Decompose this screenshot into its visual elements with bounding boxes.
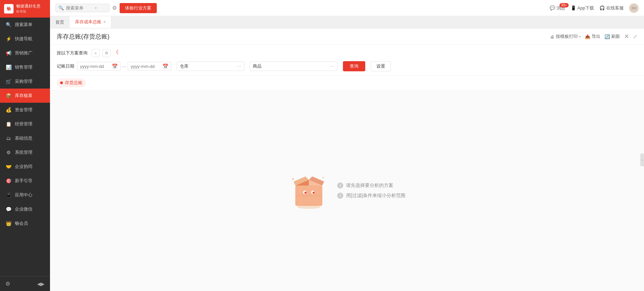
- settings-footer-icon[interactable]: ⚙: [5, 281, 10, 287]
- system-icon: ⚙: [5, 149, 11, 155]
- add-filter-btn[interactable]: +: [92, 49, 100, 57]
- tabs-bar: 首页 库存成本总账 ×: [50, 16, 644, 28]
- settings-filter-btn[interactable]: ⚙: [102, 49, 110, 57]
- message-btn[interactable]: 💬 消息 99+: [550, 5, 565, 11]
- expand-panel-btn[interactable]: ⤢: [633, 34, 637, 39]
- tab-home[interactable]: 首页: [50, 16, 70, 28]
- calendar-from-icon[interactable]: 📅: [112, 64, 118, 69]
- gear-icon-topbar[interactable]: ⚙: [112, 5, 117, 11]
- calendar-to-icon[interactable]: 📅: [163, 64, 168, 69]
- content-area: 库存总账(存货总账) 🖨 按模板打印 ▾ 📤 导出 🔄 刷新 ✕ ⤢: [50, 28, 644, 291]
- sidebar-item-label: 基础信息: [15, 135, 32, 141]
- filter-label: 按以下方案查询: [57, 50, 88, 56]
- sidebar-item-purchase[interactable]: 🛒 采购管理: [0, 74, 50, 89]
- app-download-btn[interactable]: 📱 App下载: [571, 5, 594, 11]
- sidebar-item-label: 新手引导: [15, 178, 32, 184]
- date-field: 记账日期 📅 — 📅: [57, 62, 171, 71]
- tip-text-1: 请先选择要分析的方案: [346, 183, 393, 189]
- close-panel-btn[interactable]: ✕: [624, 33, 629, 40]
- sidebar-item-sales[interactable]: 📊 销售管理: [0, 60, 50, 74]
- resize-handle[interactable]: ›: [640, 153, 644, 166]
- sidebar-item-label: 经营管理: [15, 121, 32, 127]
- print-btn[interactable]: 🖨 按模板打印 ▾: [550, 33, 581, 40]
- collapse-filter-btn[interactable]: 《: [113, 49, 119, 57]
- sidebar-item-label: 库存核算: [15, 93, 32, 99]
- scheme-dot-icon: [60, 81, 63, 84]
- sidebar-item-marketing[interactable]: 📢 营销推广: [0, 46, 50, 60]
- sidebar-item-label: 应用中心: [15, 192, 32, 198]
- filter-top: 按以下方案查询 + ⚙ 《: [57, 49, 637, 57]
- query-btn[interactable]: 查询: [343, 61, 365, 71]
- export-icon: 📤: [585, 34, 590, 39]
- online-service-label: 在线客服: [606, 5, 624, 11]
- user-avatar[interactable]: Rit: [629, 3, 639, 13]
- svg-text:✦: ✦: [291, 177, 295, 181]
- quick-nav-icon: ⚡: [5, 36, 11, 42]
- search-field[interactable]: 🔍 ▾: [55, 4, 109, 12]
- svg-point-8: [304, 192, 306, 194]
- sidebar-item-new-guide[interactable]: 🎯 新手引导: [0, 174, 50, 188]
- empty-state: ✦ ✦ ✦ 1 请先选择要分析的方案 2 用[过滤]条件来缩小分析范围: [50, 90, 644, 291]
- warehouse-more-icon[interactable]: ···: [237, 63, 241, 69]
- export-btn[interactable]: 📤 导出: [585, 33, 600, 40]
- date-to-field[interactable]: [131, 64, 161, 69]
- online-service-btn[interactable]: 🎧 在线客服: [599, 5, 624, 11]
- app-center-icon: 📱: [5, 192, 11, 198]
- scheme-selector: 存货总账: [50, 76, 644, 90]
- date-to-input[interactable]: 📅: [128, 62, 171, 71]
- industry-btn[interactable]: 体验行业方案: [120, 3, 157, 13]
- sidebar-item-label: 销售管理: [15, 64, 32, 70]
- warehouse-field[interactable]: 仓库 ···: [177, 62, 244, 71]
- sidebar-item-member[interactable]: 👑 畅会员: [0, 216, 50, 231]
- chevron-right-icon: ›: [642, 158, 643, 162]
- tab-inventory-ledger[interactable]: 库存成本总账 ×: [70, 16, 112, 28]
- basic-info-icon: 🗂: [5, 135, 11, 141]
- operations-icon: 📋: [5, 121, 11, 127]
- page-header: 库存总账(存货总账) 🖨 按模板打印 ▾ 📤 导出 🔄 刷新 ✕ ⤢: [50, 28, 644, 45]
- sidebar-item-label: 资金管理: [15, 107, 32, 113]
- sidebar-item-basic-info[interactable]: 🗂 基础信息: [0, 131, 50, 145]
- refresh-btn[interactable]: 🔄 刷新: [604, 33, 620, 40]
- sidebar-item-label: 企业微信: [15, 206, 32, 212]
- dropdown-icon[interactable]: ▾: [579, 35, 581, 39]
- message-badge: 99+: [560, 3, 569, 7]
- product-more-icon[interactable]: ···: [330, 63, 335, 69]
- sidebar-item-system[interactable]: ⚙ 系统管理: [0, 145, 50, 160]
- tip-num-1: 1: [337, 183, 343, 189]
- print-label: 按模板打印: [556, 33, 578, 40]
- sidebar-item-search[interactable]: 🔍 搜索菜单: [0, 18, 50, 32]
- logo-icon: 畅: [4, 4, 14, 14]
- page-header-actions: 🖨 按模板打印 ▾ 📤 导出 🔄 刷新 ✕ ⤢: [550, 33, 637, 40]
- sales-icon: 📊: [5, 64, 11, 70]
- date-from-input[interactable]: 📅: [77, 62, 121, 71]
- dropdown-arrow-icon[interactable]: ▾: [95, 6, 97, 10]
- cog-icon: ⚙: [105, 51, 108, 55]
- search-input[interactable]: [66, 5, 93, 10]
- scheme-item-inventory[interactable]: 存货总账: [57, 78, 86, 87]
- toggle-sidebar-icon[interactable]: ◀▶: [37, 281, 45, 287]
- settings-btn[interactable]: 设置: [371, 61, 391, 71]
- empty-tips: 1 请先选择要分析的方案 2 用[过滤]条件来缩小分析范围: [337, 183, 405, 199]
- sidebar-item-inventory[interactable]: 📦 库存核算: [0, 89, 50, 103]
- date-from-field[interactable]: [80, 64, 110, 69]
- sidebar-item-label: 快捷导航: [15, 36, 32, 42]
- topbar: 🔍 ▾ ⚙ 体验行业方案 💬 消息 99+ 📱 App下载 🎧 在线客服 Rit: [50, 0, 644, 16]
- print-icon: 🖨: [550, 34, 554, 39]
- product-field[interactable]: 商品 ···: [250, 62, 338, 71]
- svg-text:✦: ✦: [318, 181, 321, 185]
- tab-home-label: 首页: [55, 19, 64, 25]
- warehouse-label: 仓库: [180, 63, 237, 69]
- sidebar-item-label: 搜索菜单: [15, 22, 32, 28]
- sidebar-item-quick-nav[interactable]: ⚡ 快捷导航: [0, 32, 50, 46]
- svg-text:✦: ✦: [322, 176, 324, 179]
- inventory-icon: 📦: [5, 93, 11, 99]
- sidebar-item-operations[interactable]: 📋 经营管理: [0, 117, 50, 131]
- sidebar-item-app-center[interactable]: 📱 应用中心: [0, 188, 50, 202]
- empty-illustration: ✦ ✦ ✦: [289, 170, 329, 211]
- sidebar-item-finance[interactable]: 💰 资金管理: [0, 103, 50, 117]
- tip-num-2: 2: [337, 193, 343, 199]
- app-logo: 畅 畅捷通好生意 标准版: [0, 0, 50, 18]
- tab-close-icon[interactable]: ×: [103, 20, 106, 24]
- sidebar-item-enterprise-wechat[interactable]: 💬 企业微信: [0, 202, 50, 216]
- sidebar-item-enterprise[interactable]: 🤝 企业协同: [0, 160, 50, 174]
